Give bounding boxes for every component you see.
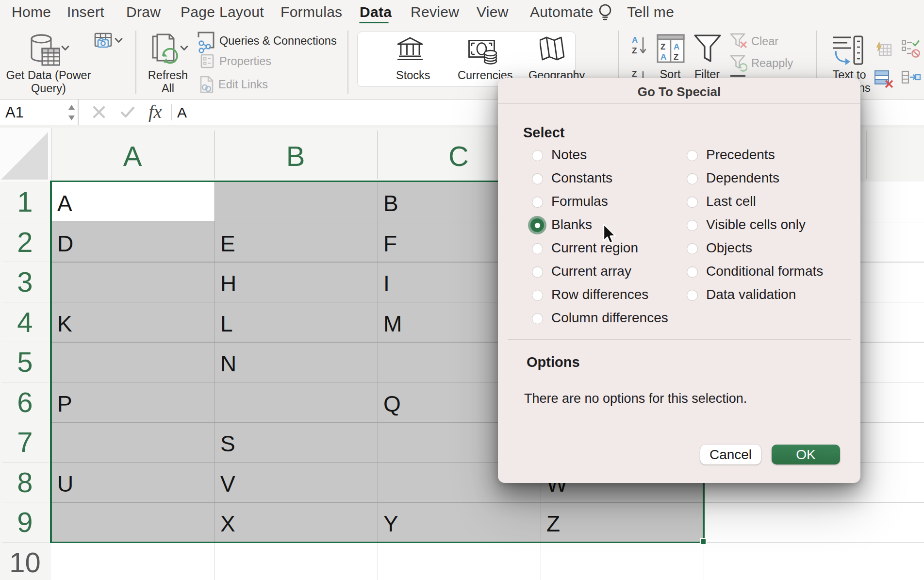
svg-text:Z: Z [632,69,637,79]
svg-text:Z: Z [632,46,637,55]
svg-text:A: A [674,42,679,51]
svg-text:A: A [660,52,666,62]
svg-text:A: A [632,35,638,45]
svg-text:Z: Z [674,52,678,62]
svg-text:Z: Z [660,42,665,51]
